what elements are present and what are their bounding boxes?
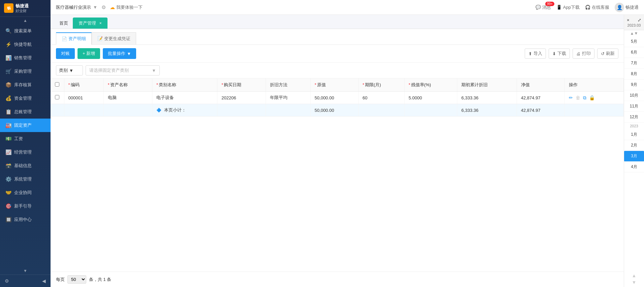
time-panel-chevron-down[interactable]: ▼ [632, 280, 637, 285]
sidebar-item-sales[interactable]: 📊 销售管理 [0, 51, 51, 65]
month-10[interactable]: 10月 [624, 90, 644, 101]
asset-detail-icon: 📄 [62, 36, 67, 41]
time-next-btn[interactable]: ▼ [634, 31, 638, 36]
purchase-icon: 🛒 [5, 68, 11, 74]
subtotal-net-value: 42,874.97 [517, 104, 564, 117]
th-name: *资产名称 [103, 78, 152, 92]
month-1[interactable]: 1月 [624, 129, 644, 140]
td-initial-accumulated: 6,333.36 [457, 92, 517, 104]
table-row: 000001 电脑 电子设备 202206 年限平均 50,000.00 60 … [51, 92, 624, 104]
sidebar-item-operations[interactable]: 📈 经营管理 [0, 146, 51, 159]
content-area: 首页 资产管理 × 📄 资产明细 📝 变更生成凭证 [51, 15, 644, 287]
sub-tab-change-voucher[interactable]: 📝 变更生成凭证 [92, 32, 136, 44]
month-3-current[interactable]: 3月 [624, 151, 644, 162]
topbar: 医疗器械行业演示 ▼ ⚙ ☁ 我要体验一下 💬 消息 99+ 📱 App下载 🎧… [51, 0, 644, 15]
time-panel-chevron-up[interactable]: ▲ [632, 273, 637, 278]
tab-asset-mgmt[interactable]: 资产管理 × [73, 18, 108, 29]
sidebar-item-purchase[interactable]: 🛒 采购管理 [0, 65, 51, 78]
sidebar-item-guide[interactable]: 🎯 新手引导 [0, 199, 51, 213]
th-period: *期限(月) [358, 78, 404, 92]
download-button[interactable]: ⬇ 下载 [549, 49, 570, 59]
sidebar-item-ledger[interactable]: 📋 总账管理 [0, 105, 51, 119]
funds-icon: 💰 [5, 95, 11, 101]
time-panel-header: × ⤢ 2023.03 [624, 15, 644, 30]
app-logo: 畅 畅捷通 好业财 [0, 0, 51, 17]
month-8[interactable]: 8月 [624, 69, 644, 79]
sidebar-item-system[interactable]: ⚙️ 系统管理 [0, 172, 51, 186]
sidebar-item-quicknav[interactable]: ⚡ 快捷导航 [0, 38, 51, 51]
download-icon: 📱 [556, 5, 562, 10]
online-service-button[interactable]: 🎧 在线客服 [585, 4, 609, 10]
td-period: 60 [358, 92, 404, 104]
print-button[interactable]: 🖨 打印 [573, 49, 594, 59]
user-info[interactable]: 👤 畅捷通 [615, 3, 639, 12]
month-6[interactable]: 6月 [624, 47, 644, 58]
edit-icon[interactable]: ✏ [569, 95, 573, 101]
subtotal-row: 🔷 本页小计： 50,000.00 6,333.36 42,874.97 [51, 104, 624, 117]
month-7[interactable]: 7月 [624, 58, 644, 69]
avatar: 👤 [615, 3, 624, 12]
th-net-value: 净值 [517, 78, 564, 92]
th-operations: 操作 [564, 78, 623, 92]
lock-icon[interactable]: 🔒 [589, 95, 595, 101]
gear-icon[interactable]: ⚙ [101, 4, 106, 10]
sidebar-item-basic[interactable]: 🗃️ 基础信息 [0, 159, 51, 172]
sidebar-item-apps[interactable]: 🔲 应用中心 [0, 213, 51, 226]
td-purchase-date: 202206 [217, 92, 266, 104]
sidebar-item-funds[interactable]: 💰 资金管理 [0, 92, 51, 105]
month-9[interactable]: 9月 [624, 79, 644, 90]
app-download-button[interactable]: 📱 App下载 [556, 4, 580, 10]
reconcile-button[interactable]: 对账 [56, 48, 75, 59]
category-filter-select[interactable]: 请选择固定资产类别 ▼ [86, 65, 160, 75]
td-original-value: 50,000.00 [310, 92, 358, 104]
operations-icon: 📈 [5, 149, 11, 155]
sidebar-item-search[interactable]: 🔍 搜索菜单 [0, 24, 51, 38]
settings-icon[interactable]: ⚙ [5, 278, 9, 284]
sidebar-item-salary[interactable]: 💵 工资 [0, 132, 51, 146]
month-5[interactable]: 5月 [624, 36, 644, 47]
time-panel-close-btn[interactable]: × [627, 18, 630, 23]
copy-icon[interactable]: ⧉ [583, 95, 586, 101]
down-icon: ⬇ [552, 51, 556, 56]
sub-tabs: 📄 资产明细 📝 变更生成凭证 [51, 29, 624, 45]
select-all-checkbox[interactable] [55, 82, 59, 87]
company-selector[interactable]: 医疗器械行业演示 ▼ [56, 4, 97, 10]
main-content: 医疗器械行业演示 ▼ ⚙ ☁ 我要体验一下 💬 消息 99+ 📱 App下载 🎧… [51, 0, 644, 287]
month-12[interactable]: 12月 [624, 112, 644, 123]
message-icon: 💬 [535, 5, 541, 10]
expand-icon[interactable]: ⤢ [638, 18, 641, 23]
time-prev-btn[interactable]: ▲ [630, 31, 634, 36]
th-category: *类别名称 [152, 78, 217, 92]
subtotal-original-value: 50,000.00 [310, 104, 358, 117]
th-original-value: *原值 [310, 78, 358, 92]
batch-ops-button[interactable]: 批量操作 ▼ [103, 48, 136, 59]
tab-close-icon[interactable]: × [99, 21, 102, 26]
month-2[interactable]: 2月 [624, 140, 644, 151]
sidebar-item-fixed-assets[interactable]: 🏭 固定资产 [0, 119, 51, 132]
new-button[interactable]: + 新增 [78, 48, 100, 59]
month-11[interactable]: 11月 [624, 101, 644, 112]
delete-icon[interactable]: 🗑 [576, 95, 580, 101]
experience-button[interactable]: ☁ 我要体验一下 [110, 4, 143, 10]
print-icon: 🖨 [576, 51, 581, 56]
refresh-button[interactable]: ↺ 刷新 [597, 49, 618, 59]
row-checkbox[interactable] [55, 95, 59, 99]
sub-tab-asset-detail[interactable]: 📄 资产明细 [56, 32, 92, 45]
search-icon: 🔍 [5, 28, 11, 34]
sidebar-scroll-up[interactable]: ▲ [0, 17, 51, 24]
table-wrapper: *编码 *资产名称 *类别名称 *购买日期 折旧方法 *原值 *期限(月) *残… [51, 78, 624, 272]
tab-home[interactable]: 首页 [56, 18, 71, 29]
company-name: 医疗器械行业演示 [56, 4, 91, 10]
time-panel-year: 2023.03 [625, 23, 643, 27]
import-icon: ⬆ [528, 51, 532, 56]
sidebar-scroll-down[interactable]: ▼ [0, 267, 51, 275]
collapse-sidebar-icon[interactable]: ◀ [42, 278, 46, 284]
sidebar-item-enterprise[interactable]: 🤝 企业协同 [0, 186, 51, 199]
sidebar-item-inventory[interactable]: 📦 库存核算 [0, 78, 51, 92]
page-size-select[interactable]: 10 20 50 100 [67, 275, 86, 284]
page-content: 首页 资产管理 × 📄 资产明细 📝 变更生成凭证 [51, 15, 624, 287]
messages-button[interactable]: 💬 消息 99+ [535, 4, 551, 10]
category-filter-label[interactable]: 类别 ▼ [56, 65, 83, 75]
month-4[interactable]: 4月 [624, 162, 644, 172]
import-button[interactable]: ⬆ 导入 [525, 49, 546, 59]
